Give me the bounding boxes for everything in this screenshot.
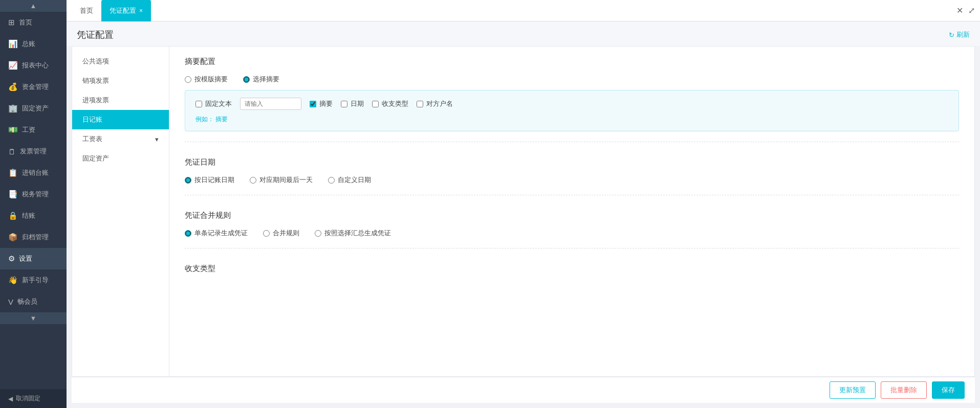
sidebar-item-guide[interactable]: 👋 新手引导: [0, 269, 67, 291]
settings-icon: ⚙: [8, 254, 15, 263]
radio-single-record[interactable]: 单条记录生成凭证: [185, 229, 248, 238]
nav-payroll-table[interactable]: 工资表 ▾: [72, 129, 169, 149]
chevron-down-icon: ▾: [155, 135, 159, 143]
nav-purchase-invoice[interactable]: 进项发票: [72, 90, 169, 110]
summary-radio-group: 按模版摘要 选择摘要: [185, 75, 959, 84]
payroll-icon: 💵: [8, 125, 18, 134]
report-icon: 📈: [8, 61, 18, 70]
tab-voucher-config[interactable]: 凭证配置 ×: [101, 0, 151, 21]
nav-journal[interactable]: 日记账: [72, 110, 169, 129]
nav-fixed-assets[interactable]: 固定资产: [72, 149, 169, 168]
summary-config-box: 固定文本 摘要 日期: [185, 90, 959, 131]
refresh-icon: ↻: [949, 31, 954, 39]
summary-title: 摘要配置: [185, 57, 959, 66]
archive-icon: 📦: [8, 233, 18, 242]
sidebar: ▲ ⊞ 首页 📊 总账 📈 报表中心 💰 资金管理 🏢 固定资产 💵 工资 🗒 …: [0, 0, 67, 408]
checkbox-date[interactable]: 日期: [341, 99, 364, 108]
tab-home[interactable]: 首页: [72, 0, 101, 21]
page-header: 凭证配置 ↻ 刷新: [67, 21, 980, 46]
radio-template-summary[interactable]: 按模版摘要: [185, 75, 228, 84]
sidebar-item-archive[interactable]: 📦 归档管理: [0, 226, 67, 248]
merge-title: 凭证合并规则: [185, 211, 959, 220]
refresh-button[interactable]: ↻ 刷新: [949, 30, 970, 39]
page-title: 凭证配置: [77, 29, 114, 41]
right-content: 摘要配置 按模版摘要 选择摘要: [169, 47, 974, 376]
checkbox-income-type[interactable]: 收支类型: [372, 99, 408, 108]
sidebar-item-ledger[interactable]: 📊 总账: [0, 33, 67, 55]
member-icon: V: [8, 298, 13, 306]
pin-icon: ◀: [8, 395, 13, 402]
sidebar-item-home[interactable]: ⊞ 首页: [0, 12, 67, 33]
fixed-text-input[interactable]: [240, 98, 301, 110]
ledger-icon: 📊: [8, 39, 18, 49]
left-nav: 公共选项 销项发票 进项发票 日记账 工资表 ▾ 固定资产: [72, 47, 169, 376]
income-title: 收支类型: [185, 264, 959, 274]
tax-icon: 📑: [8, 190, 18, 199]
window-maximize-button[interactable]: ⤢: [968, 6, 975, 15]
sidebar-item-invoice[interactable]: 🗒 发票管理: [0, 141, 67, 162]
sidebar-item-member[interactable]: V 畅会员: [0, 291, 67, 312]
date-title: 凭证日期: [185, 157, 959, 167]
date-section: 凭证日期 按日记账日期 对应期间最后一天 自定义日期: [185, 157, 959, 195]
income-section: 收支类型: [185, 264, 959, 292]
window-close-button[interactable]: ✕: [956, 6, 963, 15]
sidebar-item-purchase[interactable]: 📋 进销台账: [0, 162, 67, 184]
bottom-bar: 更新预置 批量删除 保存: [72, 377, 975, 403]
home-icon: ⊞: [8, 18, 15, 27]
tab-close-icon[interactable]: ×: [139, 7, 143, 14]
save-button[interactable]: 保存: [932, 381, 965, 399]
nav-public[interactable]: 公共选项: [72, 52, 169, 71]
tab-bar-actions: ✕ ⤢: [956, 6, 975, 15]
radio-merge-rule[interactable]: 合并规则: [263, 229, 299, 238]
date-radio-group: 按日记账日期 对应期间最后一天 自定义日期: [185, 175, 959, 185]
close-account-icon: 🔒: [8, 211, 18, 220]
checkbox-counterpart[interactable]: 对方户名: [417, 99, 453, 108]
invoice-icon: 🗒: [8, 147, 16, 156]
assets-icon: 🏢: [8, 104, 18, 113]
sidebar-scroll-up[interactable]: ▲: [0, 0, 67, 12]
sidebar-item-report[interactable]: 📈 报表中心: [0, 55, 67, 76]
radio-custom-date[interactable]: 自定义日期: [328, 175, 371, 185]
radio-select-summary[interactable]: 选择摘要: [243, 75, 279, 84]
sidebar-item-funds[interactable]: 💰 资金管理: [0, 76, 67, 98]
purchase-icon: 📋: [8, 168, 18, 177]
update-preview-button[interactable]: 更新预置: [830, 381, 876, 399]
sidebar-item-close[interactable]: 🔒 结账: [0, 205, 67, 226]
sidebar-item-tax[interactable]: 📑 税务管理: [0, 184, 67, 205]
merge-radio-group: 单条记录生成凭证 合并规则 按照选择汇总生成凭证: [185, 229, 959, 238]
sidebar-item-assets[interactable]: 🏢 固定资产: [0, 98, 67, 119]
radio-due-last-day[interactable]: 对应期间最后一天: [250, 175, 313, 185]
sidebar-item-payroll[interactable]: 💵 工资: [0, 119, 67, 141]
radio-journal-date[interactable]: 按日记账日期: [185, 175, 234, 185]
summary-section: 摘要配置 按模版摘要 选择摘要: [185, 57, 959, 142]
example-text: 例如： 摘要: [195, 115, 948, 124]
merge-section: 凭证合并规则 单条记录生成凭证 合并规则 按照选择汇总生成凭证: [185, 211, 959, 248]
funds-icon: 💰: [8, 82, 18, 92]
sidebar-item-settings[interactable]: ⚙ 设置: [0, 248, 67, 269]
main-area: 首页 凭证配置 × ✕ ⤢ 凭证配置 ↻ 刷新 公共选项 销项发: [67, 0, 980, 408]
sidebar-scroll-down[interactable]: ▼: [0, 312, 67, 324]
tab-bar: 首页 凭证配置 × ✕ ⤢: [67, 0, 980, 21]
batch-delete-button[interactable]: 批量删除: [881, 381, 927, 399]
unpin-button[interactable]: ◀ 取消固定: [0, 389, 67, 408]
guide-icon: 👋: [8, 276, 18, 285]
nav-sales-invoice[interactable]: 销项发票: [72, 71, 169, 90]
content-area: 公共选项 销项发票 进项发票 日记账 工资表 ▾ 固定资产: [72, 46, 975, 377]
radio-select-merge[interactable]: 按照选择汇总生成凭证: [315, 229, 391, 238]
summary-options-row: 固定文本 摘要 日期: [195, 98, 948, 110]
checkbox-summary[interactable]: 摘要: [310, 99, 333, 108]
checkbox-fixed-text[interactable]: 固定文本: [195, 99, 232, 108]
